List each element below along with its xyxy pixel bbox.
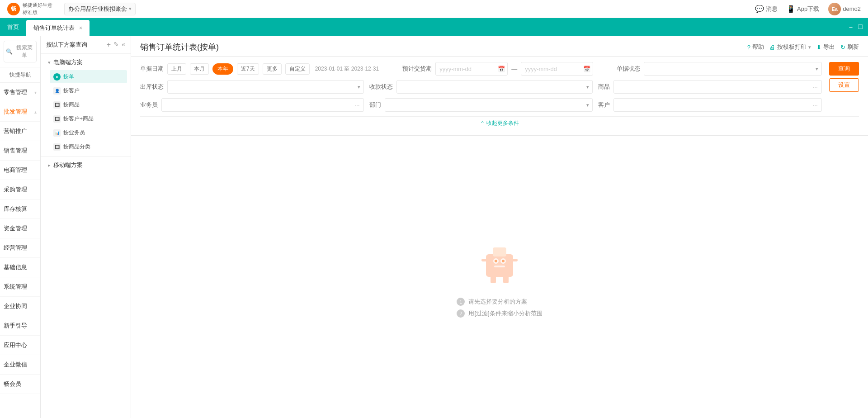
add-scheme-btn[interactable]: + [107, 41, 111, 49]
customer-more-btn[interactable]: ··· [812, 101, 818, 109]
app-download-btn[interactable]: 📱 App下载 [787, 5, 819, 13]
expected-date-label: 预计交货期 [402, 65, 432, 73]
export-btn[interactable]: ⬇ 导出 [816, 43, 835, 51]
tree-item-by-customer-goods[interactable]: 🔲 按客户+商品 [50, 112, 127, 125]
print-btn[interactable]: 🖨 按模板打印 ▾ [769, 43, 811, 51]
sidebar-item-guide[interactable]: 新手引导 [0, 316, 40, 336]
payment-status-label: 收款状态 [369, 83, 393, 91]
sidebar-item-ecommerce[interactable]: 电商管理 [0, 161, 40, 180]
goods-icon: 🔲 [53, 101, 61, 109]
top-bar: 畅 畅捷通好生意 标准版 办公用品行业模拟账套 ▾ 💬 消息 📱 App下载 E… [0, 0, 868, 18]
action-buttons: 查询 设置 [829, 62, 859, 92]
date-btn-last-month[interactable]: 上月 [167, 63, 186, 75]
svg-point-4 [495, 260, 497, 262]
user-menu[interactable]: Ea demo2 [828, 3, 861, 15]
download-icon: 📱 [787, 5, 795, 13]
print-icon: 🖨 [769, 44, 775, 51]
help-btn[interactable]: ? 帮助 [747, 43, 764, 51]
empty-hints: 1 请先选择要分析的方案 2 用[过滤]条件来缩小分析范围 [457, 298, 542, 318]
sidebar-item-base[interactable]: 基础信息 [0, 258, 40, 277]
content-area: 销售订单统计表(按单) ? 帮助 🖨 按模板打印 ▾ ⬇ 导出 ↻ 刷新 [131, 36, 868, 418]
customer-label: 客户 [598, 101, 610, 109]
department-select[interactable] [385, 98, 593, 112]
order-status-select[interactable] [644, 62, 822, 76]
workspace-selector[interactable]: 办公用品行业模拟账套 ▾ [64, 3, 136, 15]
collapse-panel-btn[interactable]: « [122, 41, 125, 49]
date-btn-this-month[interactable]: 本月 [190, 63, 209, 75]
empty-illustration [472, 236, 527, 290]
date-btn-7days[interactable]: 近7天 [237, 63, 259, 75]
goods-group: 商品 ··· [598, 80, 822, 94]
sidebar-item-retail[interactable]: 零售管理 ▾ [0, 83, 40, 102]
sidebar-item-marketing[interactable]: 营销推广 [0, 122, 40, 141]
start-date-input[interactable] [435, 62, 508, 76]
date-btn-this-year[interactable]: 本年 [212, 63, 233, 75]
goods-input-area: ··· [613, 80, 822, 94]
svg-point-5 [502, 260, 505, 262]
end-date-input[interactable] [521, 62, 593, 76]
svg-point-11 [497, 252, 502, 255]
sidebar-item-purchase[interactable]: 采购管理 [0, 180, 40, 200]
tree-collapsed-icon: ▸ [48, 162, 51, 168]
sidebar-item-apps[interactable]: 应用中心 [0, 336, 40, 355]
tab-maximize-btn[interactable]: □ [858, 23, 863, 32]
help-icon: ? [747, 44, 750, 51]
search-menu-btn[interactable]: 🔍 搜索菜单 [4, 41, 37, 62]
message-btn[interactable]: 💬 消息 [755, 5, 778, 13]
filter-container: 单据日期 上月 本月 本年 近7天 [140, 62, 859, 112]
collapse-bar[interactable]: ⌃ 收起更多条件 [140, 116, 859, 130]
sidebar-item-finance[interactable]: 资金管理 [0, 219, 40, 238]
customer-icon: 👤 [53, 87, 61, 95]
payment-status-select-container [396, 80, 593, 94]
customer-goods-icon: 🔲 [53, 115, 61, 123]
tree-mobile-section: ▸ 移动端方案 [41, 157, 131, 174]
tree-item-by-goods[interactable]: 🔲 按商品 [50, 98, 127, 111]
sidebar-item-inventory[interactable]: 库存核算 [0, 200, 40, 219]
refresh-btn[interactable]: ↻ 刷新 [840, 43, 859, 51]
app-logo: 畅 [7, 3, 20, 15]
sidebar-item-operations[interactable]: 经营管理 [0, 238, 40, 258]
salesperson-icon: 📊 [53, 129, 61, 137]
tree-item-by-order[interactable]: ● 按单 [50, 70, 127, 83]
goods-more-btn[interactable]: ··· [812, 83, 818, 90]
tab-minimize-btn[interactable]: － [847, 23, 854, 32]
delivery-status-select[interactable] [167, 80, 364, 94]
by-order-icon: ● [53, 73, 61, 81]
sidebar-item-member[interactable]: 畅会员 [0, 375, 40, 394]
chevron-down-icon: ▾ [34, 90, 37, 95]
settings-btn[interactable]: 设置 [829, 78, 859, 92]
tab-active[interactable]: 销售订单统计表 × [26, 20, 90, 36]
date-btn-custom[interactable]: 自定义 [285, 63, 310, 75]
edit-scheme-btn[interactable]: ✎ [113, 41, 119, 49]
tree-item-by-customer[interactable]: 👤 按客户 [50, 84, 127, 97]
goods-label: 商品 [598, 83, 610, 91]
payment-status-select[interactable] [396, 80, 593, 94]
query-btn[interactable]: 查询 [829, 62, 859, 76]
date-btn-more[interactable]: 更多 [263, 63, 282, 75]
tree-item-by-category[interactable]: 🔲 按商品分类 [50, 140, 127, 153]
shortcut-nav-btn[interactable]: 快捷导航 [0, 67, 40, 83]
tab-close-icon[interactable]: × [79, 25, 82, 31]
left-panel-header: 按以下方案查询 + ✎ « [41, 36, 131, 54]
top-bar-left: 畅 畅捷通好生意 标准版 办公用品行业模拟账套 ▾ [7, 2, 136, 16]
end-date-calendar-icon[interactable]: 📅 [583, 66, 590, 72]
tab-home[interactable]: 首页 [0, 18, 26, 36]
date-separator: — [511, 66, 517, 72]
salesperson-more-btn[interactable]: ··· [354, 101, 360, 109]
sidebar-item-sales[interactable]: 销售管理 [0, 141, 40, 161]
tree-item-desktop[interactable]: ▾ 电脑端方案 [41, 56, 131, 69]
svg-rect-9 [491, 276, 496, 283]
sidebar-item-enterprise[interactable]: 企业协同 [0, 297, 40, 316]
sidebar-item-system[interactable]: 系统管理 [0, 277, 40, 297]
payment-status-group: 收款状态 [369, 80, 593, 94]
hint-num-1: 1 [457, 298, 465, 306]
sidebar-item-wechat[interactable]: 企业微信 [0, 355, 40, 375]
top-bar-right: 💬 消息 📱 App下载 Ea demo2 [755, 3, 861, 15]
tab-bar: 首页 销售订单统计表 × － □ [0, 18, 868, 36]
page-title: 销售订单统计表(按单) [140, 42, 219, 52]
start-date-calendar-icon[interactable]: 📅 [498, 66, 505, 72]
tree-item-by-salesperson[interactable]: 📊 按业务员 [50, 126, 127, 139]
sidebar-item-wholesale[interactable]: 批发管理 ▴ [0, 102, 40, 122]
tree-desktop-section: ▾ 电脑端方案 ● 按单 👤 按客户 🔲 按商品 🔲 [41, 54, 131, 157]
tree-item-mobile[interactable]: ▸ 移动端方案 [41, 158, 131, 172]
